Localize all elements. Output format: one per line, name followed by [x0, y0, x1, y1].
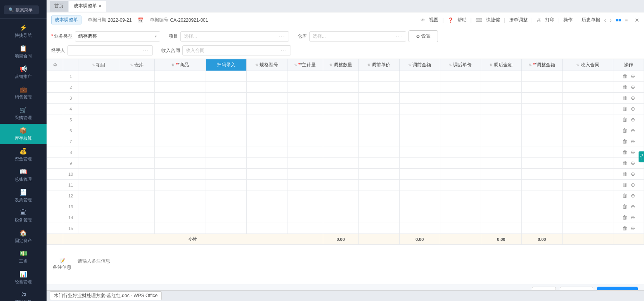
handler-more-icon[interactable]: ··· [142, 47, 149, 54]
row-delete-btn[interactable]: 🗑 [621, 127, 628, 134]
sidebar-item-inventory-calc[interactable]: 📦 库存核算 [0, 124, 47, 144]
row-unit-cell[interactable] [287, 212, 323, 223]
row-goods-cell[interactable] [155, 158, 206, 169]
row-spec-cell[interactable] [246, 180, 287, 190]
row-amount-before-cell[interactable] [399, 114, 440, 125]
row-amount-before-cell[interactable] [399, 212, 440, 223]
search-menu-button[interactable]: 🔍 搜索菜单 [4, 5, 39, 14]
row-amount-after-cell[interactable] [481, 114, 521, 125]
calendar-icon[interactable]: 📅 [138, 17, 144, 23]
row-amount-before-cell[interactable] [399, 223, 440, 234]
row-unit-cell[interactable] [287, 190, 323, 201]
row-project-cell[interactable] [78, 169, 119, 180]
taskbar-wps-item[interactable]: 木门行业好业财处理方案-墓红红.doc - WPS Office [50, 291, 162, 300]
row-price-after-cell[interactable] [440, 223, 481, 234]
row-spec-cell[interactable] [246, 147, 287, 158]
col-adjust-amount-header[interactable]: ⇅ **调整金额 [521, 59, 562, 71]
row-warehouse-cell[interactable] [119, 82, 155, 93]
row-scan-cell[interactable] [206, 223, 246, 234]
row-goods-cell[interactable] [155, 82, 206, 93]
income-contract-input[interactable]: 收入合同 ··· [182, 45, 291, 55]
row-goods-cell[interactable] [155, 147, 206, 158]
row-qty-cell[interactable] [323, 169, 358, 180]
warehouse-input[interactable]: 选择... ··· [309, 31, 406, 42]
row-delete-btn[interactable]: 🗑 [621, 83, 628, 91]
col-settings-header[interactable]: ⚙ [47, 59, 63, 71]
row-scan-cell[interactable] [206, 125, 246, 136]
row-amount-after-cell[interactable] [481, 93, 521, 104]
row-amount-after-cell[interactable] [481, 71, 521, 82]
row-price-after-cell[interactable] [440, 125, 481, 136]
row-delete-btn[interactable]: 🗑 [621, 170, 628, 178]
row-amount-before-cell[interactable] [399, 82, 440, 93]
window-close-btn[interactable]: ✕ [635, 17, 639, 23]
sidebar-item-quick-nav[interactable]: ⚡ 快捷导航 [0, 21, 47, 42]
row-copy-btn[interactable]: ⊕ [630, 214, 636, 221]
row-spec-cell[interactable] [246, 201, 287, 212]
handler-input[interactable]: ··· [68, 45, 153, 55]
row-price-before-cell[interactable] [358, 71, 399, 82]
row-price-after-cell[interactable] [440, 180, 481, 190]
row-price-after-cell[interactable] [440, 158, 481, 169]
row-scan-cell[interactable] [206, 136, 246, 147]
row-scan-cell[interactable] [206, 180, 246, 190]
row-unit-cell[interactable] [287, 114, 323, 125]
row-amount-after-cell[interactable] [481, 169, 521, 180]
row-delete-btn[interactable]: 🗑 [621, 138, 628, 145]
row-unit-cell[interactable] [287, 82, 323, 93]
row-delete-btn[interactable]: 🗑 [621, 214, 628, 221]
row-income-contract-cell[interactable] [562, 180, 613, 190]
row-copy-btn[interactable]: ⊕ [630, 170, 636, 178]
row-warehouse-cell[interactable] [119, 212, 155, 223]
row-income-contract-cell[interactable] [562, 158, 613, 169]
row-income-contract-cell[interactable] [562, 114, 613, 125]
row-spec-cell[interactable] [246, 82, 287, 93]
row-goods-cell[interactable] [155, 93, 206, 104]
row-copy-btn[interactable]: ⊕ [630, 94, 636, 102]
col-spec-header[interactable]: ⇅ 规格型号 [246, 59, 287, 71]
row-spec-cell[interactable] [246, 93, 287, 104]
row-warehouse-cell[interactable] [119, 147, 155, 158]
row-price-after-cell[interactable] [440, 190, 481, 201]
row-unit-cell[interactable] [287, 93, 323, 104]
row-price-after-cell[interactable] [440, 114, 481, 125]
row-amount-after-cell[interactable] [481, 136, 521, 147]
row-price-before-cell[interactable] [358, 147, 399, 158]
col-unit-header[interactable]: ⇅ **主计量 [287, 59, 323, 71]
row-warehouse-cell[interactable] [119, 71, 155, 82]
row-delete-btn[interactable]: 🗑 [621, 192, 628, 199]
row-spec-cell[interactable] [246, 223, 287, 234]
row-income-contract-cell[interactable] [562, 125, 613, 136]
col-amount-before-header[interactable]: ⇅ 调前金额 [399, 59, 440, 71]
row-copy-btn[interactable]: ⊕ [630, 105, 636, 112]
row-copy-btn[interactable]: ⊕ [630, 138, 636, 145]
row-warehouse-cell[interactable] [119, 136, 155, 147]
row-amount-after-cell[interactable] [481, 180, 521, 190]
row-amount-after-cell[interactable] [481, 201, 521, 212]
row-amount-after-cell[interactable] [481, 82, 521, 93]
row-qty-cell[interactable] [323, 104, 358, 114]
row-adjust-amount-cell[interactable] [521, 82, 562, 93]
row-income-contract-cell[interactable] [562, 169, 613, 180]
row-goods-cell[interactable] [155, 201, 206, 212]
order-adjust-btn[interactable]: 按单调整 [509, 17, 528, 23]
row-delete-btn[interactable]: 🗑 [621, 105, 628, 112]
row-warehouse-cell[interactable] [119, 169, 155, 180]
row-adjust-amount-cell[interactable] [521, 180, 562, 190]
sidebar-item-ops-mgmt[interactable]: 📊 经营管理 [0, 267, 47, 288]
row-spec-cell[interactable] [246, 71, 287, 82]
row-warehouse-cell[interactable] [119, 125, 155, 136]
tab-cost-adjust[interactable]: 成本调整单 ✕ [69, 1, 106, 12]
row-price-after-cell[interactable] [440, 104, 481, 114]
row-copy-btn[interactable]: ⊕ [630, 225, 636, 232]
row-adjust-amount-cell[interactable] [521, 212, 562, 223]
sidebar-item-ledger-mgmt[interactable]: 📖 总账管理 [0, 165, 47, 185]
row-scan-cell[interactable] [206, 190, 246, 201]
row-project-cell[interactable] [78, 136, 119, 147]
sidebar-item-sales-mgmt[interactable]: 💼 销售管理 [0, 83, 47, 103]
row-scan-cell[interactable] [206, 93, 246, 104]
row-unit-cell[interactable] [287, 147, 323, 158]
row-qty-cell[interactable] [323, 180, 358, 190]
nav-next-btn[interactable]: › [610, 17, 612, 23]
row-warehouse-cell[interactable] [119, 180, 155, 190]
